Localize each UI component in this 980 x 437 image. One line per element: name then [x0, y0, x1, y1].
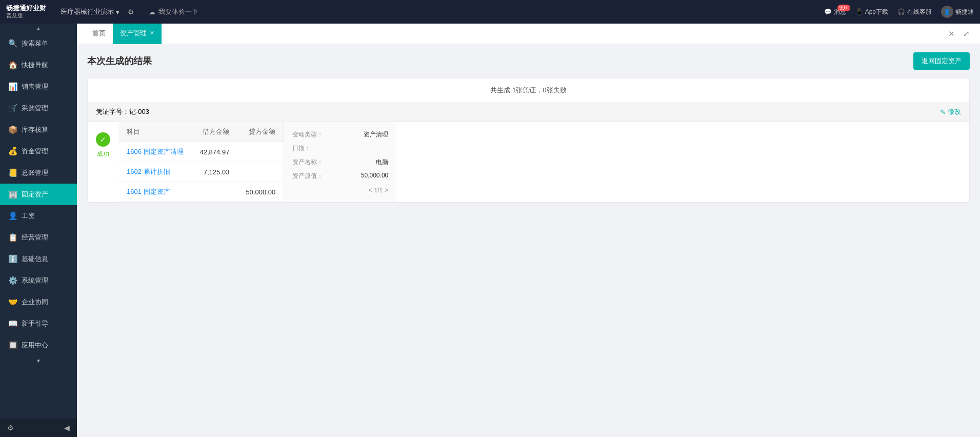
project-selector[interactable]: 医疗器械行业演示 ▾: [61, 7, 119, 16]
credit-cell-3: 50,000.00: [237, 182, 284, 202]
page-title-row: 本次生成的结果 返回固定资产: [87, 52, 970, 70]
sidebar-item-label: 企业协同: [22, 297, 48, 307]
summary-text: 共生成 1张凭证，0张失败: [490, 86, 566, 94]
online-service-label: 在线客服: [907, 8, 932, 16]
tab-close-icon[interactable]: ✕: [150, 30, 154, 36]
avatar: 👤: [941, 6, 953, 18]
settings-icon[interactable]: ⚙: [128, 8, 134, 16]
handshake-icon: 🤝: [8, 297, 17, 307]
voucher-body: ✓ 成功 科目 借方金额 贷方金额: [88, 122, 969, 202]
subject-cell-2[interactable]: 1602 累计折旧: [118, 162, 192, 182]
user-profile[interactable]: 👤 畅捷通: [941, 6, 974, 18]
info-row-change-type: 变动类型： 资产清理: [292, 130, 388, 139]
sidebar-item-app-center[interactable]: 🔲 应用中心: [0, 334, 77, 356]
edit-label: 修改: [948, 107, 961, 116]
info-icon: ℹ️: [8, 254, 17, 264]
sidebar-item-operations[interactable]: 📋 经营管理: [0, 227, 77, 248]
asset-name-label: 资产名称：: [292, 158, 323, 167]
sidebar-bottom: ⚙ ◀: [0, 419, 77, 437]
col-debit: 借方金额: [192, 122, 238, 142]
debit-cell-2: 7,125.03: [192, 162, 238, 182]
date-label: 日期：: [292, 144, 311, 153]
credit-cell-2: [237, 162, 284, 182]
headset-icon: 🎧: [897, 8, 905, 15]
voucher-card: 共生成 1张凭证，0张失败 凭证字号：记-003 ✎ 修改 ✓: [87, 78, 970, 203]
tab-home[interactable]: 首页: [85, 24, 113, 44]
expand-panel-button[interactable]: ⤢: [961, 28, 972, 39]
sidebar-item-payroll[interactable]: 👤 工资: [0, 205, 77, 227]
table-row: 1601 固定资产 50,000.00: [118, 182, 284, 202]
edit-icon: ✎: [940, 108, 946, 116]
info-row-asset-value: 资产原值： 50,000.00: [292, 172, 388, 181]
sidebar: ▲ 🔍 搜索菜单 🏠 快捷导航 📊 销售管理 🛒 采购管理 📦 库存核算 💰 资…: [0, 24, 77, 437]
avatar-icon: 👤: [944, 9, 951, 15]
sidebar-item-collaboration[interactable]: 🤝 企业协同: [0, 291, 77, 313]
app-edition: 普及版: [6, 12, 46, 19]
gear-icon: ⚙️: [8, 276, 17, 285]
message-badge: 99+: [837, 5, 850, 11]
sidebar-item-quick-nav[interactable]: 🏠 快捷导航: [0, 54, 77, 76]
sidebar-item-label: 工资: [22, 211, 35, 221]
sidebar-item-finance[interactable]: 💰 资金管理: [0, 141, 77, 162]
success-text: 成功: [97, 150, 109, 158]
header-left: 畅捷通好业财 普及版 医疗器械行业演示 ▾ ⚙ ☁ 我要体验一下: [6, 4, 198, 20]
voucher-header: 凭证字号：记-003 ✎ 修改: [88, 102, 969, 122]
col-credit: 贷方金额: [237, 122, 284, 142]
page-info: 1/1: [374, 187, 383, 194]
box-icon: 📦: [8, 125, 17, 134]
sidebar-item-label: 经营管理: [22, 233, 48, 242]
search-icon: 🔍: [8, 39, 17, 48]
pagination: < 1/1 >: [292, 187, 388, 194]
prev-page-icon[interactable]: <: [369, 187, 372, 194]
sidebar-item-label: 系统管理: [22, 276, 48, 285]
sidebar-scroll-down[interactable]: ▼: [0, 356, 77, 365]
username: 畅捷通: [955, 8, 974, 16]
cloud-icon: ☁: [149, 8, 155, 16]
sidebar-item-search[interactable]: 🔍 搜索菜单: [0, 33, 77, 54]
sidebar-item-basic-info[interactable]: ℹ️ 基础信息: [0, 248, 77, 270]
experience-button[interactable]: ☁ 我要体验一下: [149, 7, 198, 16]
sidebar-item-label: 销售管理: [22, 82, 48, 91]
subject-cell-3[interactable]: 1601 固定资产: [118, 182, 192, 202]
sidebar-settings-icon[interactable]: ⚙: [7, 424, 14, 432]
sidebar-item-label: 库存核算: [22, 125, 48, 134]
sidebar-collapse-icon[interactable]: ◀: [64, 424, 70, 432]
voucher-edit-button[interactable]: ✎ 修改: [940, 107, 961, 116]
money-icon: 💰: [8, 147, 17, 156]
building-icon: 🏢: [8, 190, 17, 199]
voucher-number: 凭证字号：记-003: [96, 107, 149, 116]
sidebar-item-label: 资金管理: [22, 147, 48, 156]
sidebar-item-label: 采购管理: [22, 104, 48, 113]
back-to-fixed-assets-button[interactable]: 返回固定资产: [913, 52, 970, 70]
tab-bar: 首页 资产管理 ✕ ✕ ⤢: [77, 24, 980, 44]
sidebar-item-label: 总账管理: [22, 168, 48, 177]
sidebar-item-fixed-assets[interactable]: 🏢 固定资产: [0, 184, 77, 205]
sidebar-scroll-up[interactable]: ▲: [0, 24, 77, 33]
project-name: 医疗器械行业演示: [61, 7, 114, 16]
sidebar-item-system[interactable]: ⚙️ 系统管理: [0, 270, 77, 291]
asset-name-value: 电脑: [376, 158, 388, 167]
tab-asset-management-label: 资产管理: [120, 29, 147, 38]
online-service-button[interactable]: 🎧 在线客服: [897, 8, 932, 16]
sidebar-item-guide[interactable]: 📖 新手引导: [0, 313, 77, 334]
message-button[interactable]: 💬 消息 99+: [824, 8, 846, 16]
next-page-icon[interactable]: >: [385, 187, 388, 194]
sidebar-item-general-ledger[interactable]: 📒 总账管理: [0, 162, 77, 184]
subject-cell-1[interactable]: 1606 固定资产清理: [118, 142, 192, 162]
voucher-side-info: 变动类型： 资产清理 日期： 资产名称： 电脑 资产原值：: [284, 122, 396, 202]
sidebar-item-purchase[interactable]: 🛒 采购管理: [0, 97, 77, 119]
sidebar-item-inventory[interactable]: 📦 库存核算: [0, 119, 77, 141]
summary-bar: 共生成 1张凭证，0张失败: [88, 78, 969, 102]
voucher-table-area: 科目 借方金额 贷方金额 1606 固定资产清理 42,874.97: [118, 122, 284, 202]
ledger-icon: 📒: [8, 168, 17, 177]
sidebar-item-label: 搜索菜单: [22, 39, 48, 48]
home-icon: 🏠: [8, 61, 17, 70]
mobile-icon: 📱: [855, 8, 863, 15]
tab-asset-management[interactable]: 资产管理 ✕: [113, 24, 162, 44]
sidebar-item-sales[interactable]: 📊 销售管理: [0, 76, 77, 97]
close-panel-button[interactable]: ✕: [946, 28, 957, 39]
app-download-button[interactable]: 📱 App下载: [855, 8, 888, 16]
sidebar-item-label: 新手引导: [22, 319, 48, 328]
header-right: 💬 消息 99+ 📱 App下载 🎧 在线客服 👤 畅捷通: [824, 6, 974, 18]
asset-value-value: 50,000.00: [361, 172, 388, 181]
